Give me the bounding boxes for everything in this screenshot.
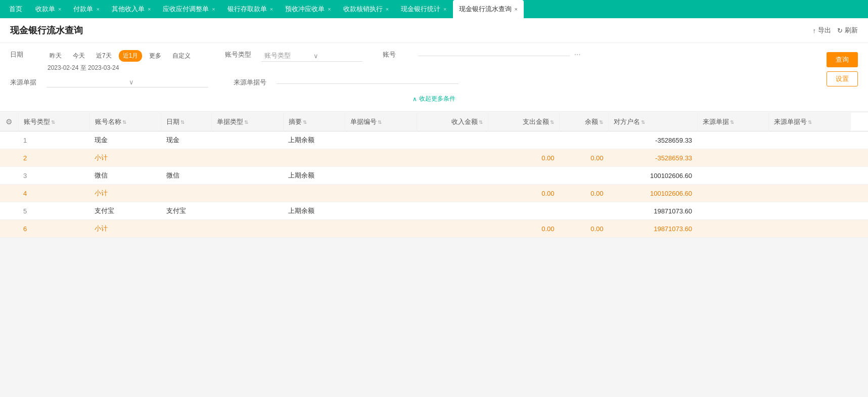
th-balance[interactable]: 余额 ⇅: [560, 113, 609, 131]
date-options: 昨天 今天 近7天 近1月 更多 自定义: [45, 50, 195, 62]
table-cell: [161, 185, 212, 202]
table-cell: [283, 220, 345, 238]
source-doc-label: 来源单据: [10, 78, 36, 87]
close-tab-4-icon[interactable]: ×: [270, 6, 273, 12]
table-cell: [697, 131, 768, 149]
table-cell: [212, 167, 283, 185]
table-cell: [560, 167, 609, 185]
nav-tab-5[interactable]: 预收冲应收单 ×: [279, 0, 337, 18]
nav-tab-2[interactable]: 其他收入单 ×: [106, 0, 157, 18]
source-doc-select[interactable]: ∨: [47, 77, 208, 87]
sort-date-icon: ⇅: [180, 119, 185, 125]
table-cell: 4: [18, 185, 89, 202]
th-doc-type[interactable]: 单据类型 ⇅: [212, 113, 283, 131]
table-cell: 0.00: [488, 220, 559, 238]
row-gear-cell: [0, 185, 18, 202]
sort-income-icon: ⇅: [479, 119, 483, 125]
nav-tab-1[interactable]: 付款单 ×: [67, 0, 105, 18]
date-btn-1month[interactable]: 近1月: [119, 50, 143, 62]
close-tab-0-icon[interactable]: ×: [58, 6, 61, 12]
table-cell: 支付宝: [161, 202, 212, 220]
table-cell: 3: [18, 167, 89, 185]
table-cell: [212, 131, 283, 149]
th-account-name[interactable]: 账号名称 ⇅: [89, 113, 161, 131]
table-cell: 19871073.60: [609, 220, 698, 238]
table-cell: [417, 167, 488, 185]
table-cell: [345, 202, 417, 220]
page-header: 现金银行流水查询 ↑ 导出 ↻ 刷新: [0, 18, 868, 43]
account-type-select[interactable]: 账号类型 ∨: [261, 50, 362, 62]
table-cell: 100102606.60: [609, 185, 698, 202]
table-cell: [417, 202, 488, 220]
th-source-doc-no[interactable]: 来源单据号 ⇅: [768, 113, 851, 131]
nav-tab-7[interactable]: 现金银行统计 ×: [395, 0, 452, 18]
th-doc-no[interactable]: 单据编号 ⇅: [345, 113, 417, 131]
table-cell: 现金: [89, 131, 161, 149]
date-btn-more[interactable]: 更多: [145, 50, 165, 62]
collapse-bar[interactable]: ∧ 收起更多条件: [10, 93, 858, 106]
refresh-icon: ↻: [837, 27, 843, 34]
close-tab-5-icon[interactable]: ×: [328, 6, 331, 12]
nav-tab-8[interactable]: 现金银行流水查询 ×: [453, 0, 524, 18]
sort-balance-icon: ⇅: [599, 119, 603, 125]
table-cell: [851, 167, 868, 185]
export-icon: ↑: [813, 27, 816, 34]
close-tab-7-icon[interactable]: ×: [443, 6, 446, 12]
date-btn-custom[interactable]: 自定义: [168, 50, 195, 62]
nav-tab-4[interactable]: 银行存取款单 ×: [221, 0, 279, 18]
collapse-up-icon: ∧: [413, 96, 417, 103]
th-settings: ⚙: [0, 113, 18, 131]
table-cell: [345, 131, 417, 149]
th-counterpart[interactable]: 对方户名 ⇅: [609, 113, 698, 131]
th-summary[interactable]: 摘要 ⇅: [283, 113, 345, 131]
nav-tab-0[interactable]: 收款单 ×: [29, 0, 67, 18]
th-expense[interactable]: 支出金额 ⇅: [488, 113, 559, 131]
nav-tab-6[interactable]: 收款核销执行 ×: [337, 0, 395, 18]
th-account-type[interactable]: 账号类型 ⇅: [18, 113, 89, 131]
table-cell: 0.00: [560, 185, 609, 202]
export-button[interactable]: ↑ 导出: [813, 26, 832, 35]
table-cell: [560, 131, 609, 149]
th-income[interactable]: 收入金额 ⇅: [417, 113, 488, 131]
refresh-button[interactable]: ↻ 刷新: [837, 26, 858, 35]
account-dots-icon[interactable]: ···: [572, 50, 582, 59]
query-button[interactable]: 查询: [827, 52, 858, 67]
th-date[interactable]: 日期 ⇅: [161, 113, 212, 131]
row-gear-cell: [0, 149, 18, 167]
source-doc-no-input[interactable]: [277, 81, 459, 84]
table-cell: [161, 220, 212, 238]
account-input[interactable]: [418, 54, 570, 56]
table-cell: 100102606.60: [609, 167, 698, 185]
close-tab-1-icon[interactable]: ×: [96, 6, 99, 12]
close-tab-6-icon[interactable]: ×: [386, 6, 389, 12]
close-tab-8-icon[interactable]: ×: [515, 6, 518, 12]
sort-source-doc-icon: ⇅: [730, 119, 734, 125]
sort-doc-no-icon: ⇅: [378, 119, 382, 125]
settings-button[interactable]: 设置: [827, 71, 858, 86]
close-tab-2-icon[interactable]: ×: [148, 6, 151, 12]
close-tab-3-icon[interactable]: ×: [212, 6, 215, 12]
row-gear-cell: [0, 167, 18, 185]
nav-tab-3[interactable]: 应收应付调整单 ×: [157, 0, 221, 18]
table-cell: 小计: [89, 220, 161, 238]
nav-home[interactable]: 首页: [2, 0, 29, 18]
column-settings-icon[interactable]: ⚙: [6, 117, 12, 126]
date-btn-7days[interactable]: 近7天: [92, 50, 116, 62]
table-cell: 小计: [89, 185, 161, 202]
table-cell: [768, 149, 851, 167]
table-cell: [283, 185, 345, 202]
sort-account-type-icon: ⇅: [51, 119, 55, 125]
date-btn-today[interactable]: 今天: [69, 50, 89, 62]
table-cell: [212, 149, 283, 167]
table-row: 5支付宝支付宝上期余额19871073.60: [0, 202, 868, 220]
sort-counterpart-icon: ⇅: [641, 119, 645, 125]
table-cell: [417, 149, 488, 167]
table-cell: [417, 131, 488, 149]
table-cell: 微信: [161, 167, 212, 185]
th-source-doc[interactable]: 来源单据 ⇅: [697, 113, 768, 131]
sort-expense-icon: ⇅: [550, 119, 554, 125]
table-cell: [768, 185, 851, 202]
table-cell: [697, 185, 768, 202]
date-btn-yesterday[interactable]: 昨天: [45, 50, 66, 62]
table-cell: 2: [18, 149, 89, 167]
